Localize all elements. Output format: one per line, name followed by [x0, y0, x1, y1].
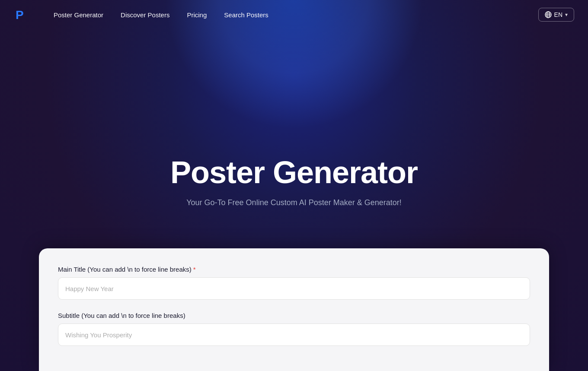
subtitle-field: Subtitle (You can add \n to force line b…	[58, 312, 530, 346]
nav-item-discover-posters[interactable]: Discover Posters	[114, 8, 176, 22]
hero-title: Poster Generator	[0, 155, 588, 190]
nav-item-search-posters[interactable]: Search Posters	[217, 8, 275, 22]
chevron-down-icon: ▾	[565, 12, 568, 18]
main-title-field: Main Title (You can add \n to force line…	[58, 266, 530, 300]
subtitle-label: Subtitle (You can add \n to force line b…	[58, 312, 530, 319]
hero-section: P Poster Generator Discover Posters Pric…	[0, 0, 588, 371]
logo[interactable]: P	[14, 7, 29, 22]
form-card: Main Title (You can add \n to force line…	[39, 248, 549, 371]
svg-text:P: P	[16, 8, 24, 22]
hero-subtitle: Your Go-To Free Online Custom AI Poster …	[0, 198, 588, 207]
globe-icon	[545, 11, 552, 18]
nav-item-poster-generator[interactable]: Poster Generator	[47, 8, 110, 22]
language-selector[interactable]: EN ▾	[538, 8, 574, 22]
main-title-input[interactable]	[58, 277, 530, 300]
required-indicator: *	[193, 266, 196, 273]
subtitle-input[interactable]	[58, 323, 530, 346]
hero-content: Poster Generator Your Go-To Free Online …	[0, 155, 588, 207]
main-title-label: Main Title (You can add \n to force line…	[58, 266, 530, 273]
nav-links: Poster Generator Discover Posters Pricin…	[47, 8, 538, 22]
nav-item-pricing[interactable]: Pricing	[180, 8, 214, 22]
lang-label: EN	[554, 11, 562, 18]
navbar: P Poster Generator Discover Posters Pric…	[0, 0, 588, 29]
